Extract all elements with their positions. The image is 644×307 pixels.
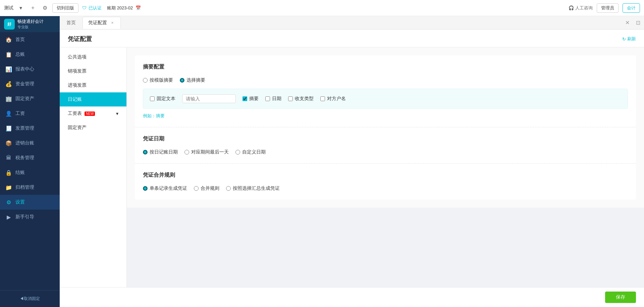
headset-icon: 🎧 [569, 5, 574, 10]
summary-checkbox[interactable] [243, 96, 247, 101]
left-nav-item-fixed-assets[interactable]: 固定资产 [60, 121, 126, 135]
sidebar-item-report[interactable]: 📊 报表中心 [0, 62, 60, 77]
accountant-button[interactable]: 会计 [623, 3, 640, 13]
merge-section-title: 凭证合并规则 [143, 172, 628, 179]
fixed-text-label: 固定文本 [157, 96, 175, 102]
radio-custom-input[interactable] [235, 150, 240, 155]
tab-voucher-config[interactable]: 凭证配置 × [83, 17, 121, 29]
date-radio-group: 按日记账日期 对应期间最后一天 自定义日期 [143, 149, 628, 155]
switch-old-version-button[interactable]: 切到旧版 [52, 3, 78, 13]
sidebar-bottom: ◀取消固定 [0, 290, 60, 307]
fixed-text-checkbox[interactable] [150, 96, 155, 101]
settings-button[interactable]: ⚙ [40, 3, 50, 13]
sidebar-item-home[interactable]: 🏠 首页 [0, 32, 60, 47]
sidebar-item-tax[interactable]: 🏛 税务管理 [0, 150, 60, 165]
radio-aggregate-label: 按照选择汇总生成凭证 [233, 185, 280, 191]
left-nav-item-sales-invoice[interactable]: 销项发票 [60, 64, 126, 78]
add-workspace-button[interactable]: ＋ [28, 3, 38, 13]
left-nav-item-journal[interactable]: 日记账 [60, 92, 126, 106]
cancel-pin-button[interactable]: ◀取消固定 [3, 294, 56, 304]
summary-section: 摘要配置 按模版摘要 选择摘要 [135, 55, 636, 127]
tab-active-label: 凭证配置 [88, 20, 107, 26]
counterparty-label: 对方户名 [327, 96, 346, 102]
tab-home[interactable]: 首页 [61, 17, 81, 29]
summary-options-box: 固定文本 摘要 日期 [143, 89, 628, 109]
radio-journal-date[interactable]: 按日记账日期 [143, 149, 178, 155]
tax-icon: 🏛 [5, 155, 12, 161]
radio-template-input[interactable] [143, 78, 148, 83]
maximize-button[interactable]: ⊡ [633, 18, 643, 28]
new-badge: NEW [85, 112, 95, 116]
fixed-text-input[interactable] [182, 94, 236, 103]
left-nav-label: 销项发票 [68, 68, 87, 74]
income-type-checkbox[interactable] [288, 96, 293, 101]
top-bar-left: 测试 ▾ ＋ ⚙ 切到旧版 🛡 已认证 账期 2023-02 📅 [4, 3, 569, 13]
left-nav-label: 公共选项 [68, 54, 87, 60]
radio-custom-label: 自定义日期 [242, 149, 266, 155]
main-area: 好 畅捷通好会计 专业版 🏠 首页 📋 总账 📊 报表中心 [0, 16, 644, 307]
radio-aggregate-input[interactable] [226, 186, 231, 191]
save-button[interactable]: 保存 [605, 292, 636, 303]
sidebar-item-label: 资金管理 [15, 81, 34, 87]
radio-template-label: 按模版摘要 [150, 77, 173, 83]
home-icon: 🏠 [5, 36, 12, 43]
checkbox-counterparty[interactable]: 对方户名 [320, 96, 346, 102]
date-checkbox[interactable] [265, 96, 270, 101]
workspace-dropdown-button[interactable]: ▾ [16, 3, 25, 13]
refresh-button[interactable]: ↻ 刷新 [622, 36, 636, 42]
radio-period-last[interactable]: 对应期间最后一天 [184, 149, 229, 155]
shield-icon: 🛡 [81, 5, 87, 11]
checkbox-fixed-text[interactable]: 固定文本 [150, 96, 175, 102]
radio-template-item[interactable]: 按模版摘要 [143, 77, 173, 83]
radio-merge-rule[interactable]: 合并规则 [194, 185, 219, 191]
content-area: 首页 凭证配置 × ✕ ⊡ 凭证配置 ↻ 刷新 [60, 16, 644, 307]
calendar-icon[interactable]: 📅 [136, 5, 141, 10]
page-title: 凭证配置 [68, 35, 92, 43]
sidebar-item-sales[interactable]: 📦 进销台账 [0, 136, 60, 150]
left-nav-label: 固定资产 [68, 125, 87, 131]
radio-aggregate[interactable]: 按照选择汇总生成凭证 [226, 185, 280, 191]
sidebar-item-payroll[interactable]: 👤 工资 [0, 106, 60, 121]
checkbox-summary[interactable]: 摘要 [243, 96, 259, 102]
sidebar-item-fixed-assets[interactable]: 🏢 固定资产 [0, 91, 60, 106]
closing-icon: 🔒 [5, 169, 12, 176]
manager-button[interactable]: 管理员 [597, 3, 619, 13]
consult-button[interactable]: 🎧 人工咨询 [569, 5, 593, 11]
date-label: 日期 [272, 96, 281, 102]
radio-single-input[interactable] [143, 186, 148, 191]
sidebar-item-closing[interactable]: 🔒 结账 [0, 165, 60, 180]
radio-select-input[interactable] [180, 78, 184, 83]
left-nav-item-purchase-invoice[interactable]: 进项发票 [60, 78, 126, 92]
guide-icon: ▶ [5, 214, 12, 220]
radio-single-record[interactable]: 单条记录生成凭证 [143, 185, 187, 191]
tab-close-button[interactable]: × [110, 20, 115, 26]
checkbox-date[interactable]: 日期 [265, 96, 281, 102]
sidebar-item-label: 税务管理 [15, 155, 34, 161]
top-bar-right: 🎧 人工咨询 管理员 会计 [569, 3, 640, 13]
date-section: 凭证日期 按日记账日期 对应期间最后一天 [135, 127, 636, 164]
summary-example: 例如：摘要 [143, 109, 628, 119]
sidebar-item-invoice[interactable]: 🧾 发票管理 [0, 121, 60, 136]
left-nav-item-public[interactable]: 公共选项 [60, 50, 126, 64]
sidebar-item-fund[interactable]: 💰 资金管理 [0, 77, 60, 91]
sidebar-item-ledger[interactable]: 📋 总账 [0, 47, 60, 62]
radio-merge-input[interactable] [194, 186, 199, 191]
left-nav-label: 进项发票 [68, 82, 87, 88]
left-nav-item-payroll[interactable]: 工资表NEW ▾ [60, 106, 126, 121]
checkbox-income-type[interactable]: 收支类型 [288, 96, 314, 102]
close-tab-button[interactable]: ✕ [623, 18, 632, 28]
radio-custom-date[interactable]: 自定义日期 [235, 149, 266, 155]
radio-select-item[interactable]: 选择摘要 [180, 77, 205, 83]
counterparty-checkbox[interactable] [320, 96, 325, 101]
logo-name: 畅捷通好会计 [17, 19, 44, 25]
fixed-assets-icon: 🏢 [5, 95, 12, 102]
radio-journal-input[interactable] [143, 150, 148, 155]
page-header: 凭证配置 ↻ 刷新 [60, 30, 644, 47]
settings-sidebar-icon: ⚙ [5, 199, 12, 206]
consult-label: 人工咨询 [575, 5, 593, 11]
radio-period-input[interactable] [184, 150, 189, 155]
workspace-name: 测试 [4, 5, 13, 11]
sidebar-item-archive[interactable]: 📁 归档管理 [0, 180, 60, 195]
sidebar-item-guide[interactable]: ▶ 新手引导 [0, 210, 60, 224]
sidebar-item-settings[interactable]: ⚙ 设置 [0, 195, 60, 210]
